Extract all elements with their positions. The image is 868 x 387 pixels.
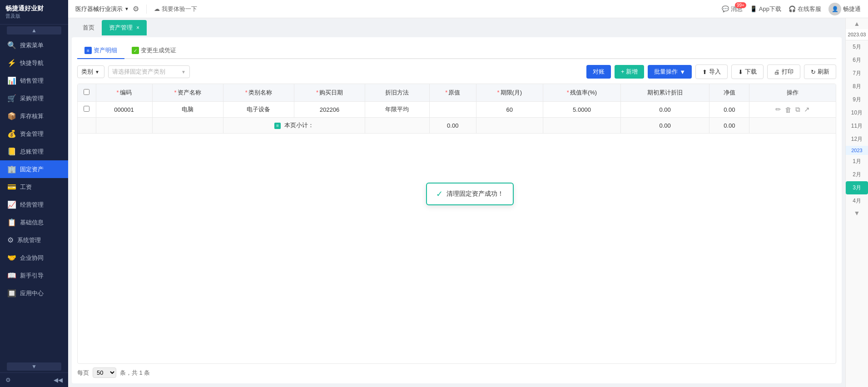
- tab-home[interactable]: 首页: [75, 20, 102, 35]
- import-btn[interactable]: ⬆ 导入: [695, 64, 728, 79]
- table-body: 000001 电脑 电子设备 202206 年限平均 60 5.0000 0.0…: [78, 102, 836, 134]
- select-all-checkbox[interactable]: [84, 89, 89, 95]
- calendar-month-2[interactable]: 2月: [846, 168, 868, 181]
- refresh-icon: ↻: [811, 69, 816, 75]
- filter-input-chevron-icon: ▼: [181, 69, 186, 74]
- row-checkbox-cell: [78, 102, 96, 118]
- calendar-month-11[interactable]: 11月: [846, 119, 868, 133]
- sidebar-label-fixed-assets: 固定资产: [20, 165, 44, 174]
- th-initial-depreciation: 期初累计折旧: [621, 84, 709, 102]
- tab-asset-management[interactable]: 资产管理 ×: [102, 20, 147, 35]
- asset-table: *编码 *资产名称 *类别名称 *购买日期 折旧方法 *原值 *期限(月) *残…: [78, 84, 836, 134]
- import-label: 导入: [709, 68, 721, 76]
- system-icon: ⚙: [7, 236, 14, 244]
- calendar-month-9[interactable]: 9月: [846, 93, 868, 106]
- coop-icon: 🤝: [7, 253, 16, 262]
- logo-sub: 普及版: [5, 13, 63, 20]
- sidebar-item-payroll[interactable]: 💳工资: [0, 178, 68, 196]
- calendar-month-10[interactable]: 10月: [846, 106, 868, 119]
- sidebar-item-basic-info[interactable]: 📋基础信息: [0, 213, 68, 231]
- sidebar-item-quick-nav[interactable]: ⚡快捷导航: [0, 54, 68, 72]
- calendar-nav-up[interactable]: ▲: [846, 18, 868, 29]
- topbar-user[interactable]: 👤 畅捷通: [828, 3, 861, 15]
- experience-label: 我要体验一下: [162, 5, 197, 13]
- sidebar-collapse-icon[interactable]: ◀◀: [54, 377, 63, 383]
- download-icon: ⬇: [738, 69, 743, 75]
- new-btn[interactable]: + 新增: [615, 65, 644, 79]
- toolbar-right: 对账 + 新增 批量操作 ▼ ⬆ 导入 ⬇ 下载: [586, 64, 836, 79]
- edit-icon[interactable]: ✏: [775, 105, 781, 114]
- sub-tab-asset-detail[interactable]: ≡ 资产明细: [77, 43, 124, 59]
- topbar-online-support[interactable]: 🎧 在线客服: [789, 5, 821, 13]
- print-icon: 🖨: [774, 69, 780, 75]
- page-size-select[interactable]: 50 100: [93, 367, 116, 378]
- company-name: 医疗器械行业演示: [75, 5, 123, 13]
- download-btn[interactable]: ⬇ 下载: [731, 64, 764, 79]
- calendar-nav-down[interactable]: ▼: [846, 208, 868, 218]
- sidebar-logo: 畅捷通好业财 普及版: [0, 0, 68, 25]
- topbar-divider: [146, 5, 147, 14]
- main-area: 医疗器械行业演示 ▼ ⚙ ☁ 我要体验一下 💬 消息 99+ 📱 App下载 🎧…: [68, 0, 868, 387]
- pagination: 每页 50 100 条，共 1 条: [77, 364, 836, 378]
- topbar-message[interactable]: 💬 消息 99+: [722, 5, 743, 13]
- tab-close-icon[interactable]: ×: [136, 25, 139, 31]
- sidebar-scroll-up-btn[interactable]: ▲: [7, 26, 61, 35]
- subtotal-empty2: [96, 118, 152, 134]
- app-download-label: App下载: [759, 5, 781, 13]
- experience-icon: ☁: [154, 5, 160, 12]
- sidebar-item-fixed-assets[interactable]: 🏢固定资产: [0, 160, 68, 178]
- row-category: 电子设备: [223, 102, 294, 118]
- sidebar-item-purchase[interactable]: 🛒采购管理: [0, 89, 68, 107]
- sidebar-item-app-center[interactable]: 🔲应用中心: [0, 284, 68, 302]
- account-btn[interactable]: 对账: [586, 65, 611, 79]
- filter-category-input[interactable]: 请选择固定资产类别 ▼: [108, 65, 190, 78]
- sidebar-item-system[interactable]: ⚙系统管理: [0, 231, 68, 249]
- asset-detail-tab-icon: ≡: [84, 47, 92, 54]
- topbar-experience[interactable]: ☁ 我要体验一下: [154, 5, 197, 13]
- filter-category-select[interactable]: 类别 ▼: [77, 65, 104, 78]
- th-name: *资产名称: [152, 84, 223, 102]
- calendar-month-1[interactable]: 1月: [846, 155, 868, 168]
- sidebar-item-guide[interactable]: 📖新手引导: [0, 267, 68, 284]
- copy-icon[interactable]: ⧉: [795, 105, 800, 114]
- filter-label: 类别: [81, 68, 93, 76]
- th-category: *类别名称: [223, 84, 294, 102]
- batch-label: 批量操作: [654, 68, 678, 76]
- th-action: 操作: [749, 84, 836, 102]
- calendar-month-5[interactable]: 5月: [846, 40, 868, 54]
- sidebar-item-coop[interactable]: 🤝企业协同: [0, 249, 68, 267]
- calendar-month-12[interactable]: 12月: [846, 133, 868, 146]
- sub-tab-voucher[interactable]: ✓ 变更生成凭证: [124, 43, 184, 59]
- row-original-value: [429, 102, 476, 118]
- refresh-btn[interactable]: ↻ 刷新: [804, 64, 836, 79]
- calendar-month-3-active[interactable]: 3月: [846, 181, 868, 194]
- batch-btn[interactable]: 批量操作 ▼: [648, 65, 692, 79]
- sidebar-item-ops[interactable]: 📈经营管理: [0, 196, 68, 213]
- sidebar-item-ledger[interactable]: 📒总账管理: [0, 143, 68, 160]
- filter-chevron-icon: ▼: [95, 69, 99, 74]
- calendar-month-6[interactable]: 6月: [846, 54, 868, 67]
- gear-icon[interactable]: ⚙: [5, 377, 11, 383]
- calendar-year-2023: 2023: [846, 146, 868, 155]
- topbar-app-download[interactable]: 📱 App下载: [750, 5, 781, 13]
- action-icons: ✏ 🗑 ⧉ ↗: [753, 105, 832, 114]
- calendar-month-8[interactable]: 8月: [846, 80, 868, 93]
- app-download-icon: 📱: [750, 5, 757, 12]
- delete-icon[interactable]: 🗑: [785, 106, 792, 114]
- more-icon[interactable]: ↗: [804, 105, 810, 114]
- print-btn[interactable]: 🖨 打印: [767, 64, 800, 79]
- sidebar-item-funds[interactable]: 💰资金管理: [0, 125, 68, 143]
- sidebar-scroll-down-btn[interactable]: ▼: [7, 362, 61, 371]
- sidebar-item-search[interactable]: 🔍搜索菜单: [0, 36, 68, 54]
- sidebar-item-inventory[interactable]: 📦库存核算: [0, 107, 68, 125]
- sidebar-label-sales: 销售管理: [20, 77, 44, 85]
- topbar-company[interactable]: 医疗器械行业演示 ▼: [75, 5, 129, 13]
- calendar-month-4[interactable]: 4月: [846, 194, 868, 208]
- calendar-month-7[interactable]: 7月: [846, 67, 868, 80]
- row-checkbox[interactable]: [84, 106, 89, 112]
- sidebar-item-sales[interactable]: 📊销售管理: [0, 72, 68, 89]
- filter-placeholder: 请选择固定资产类别: [112, 68, 165, 76]
- topbar-settings-icon[interactable]: ⚙: [133, 5, 139, 13]
- subtotal-empty7: [749, 118, 836, 134]
- message-icon: 💬: [722, 5, 729, 12]
